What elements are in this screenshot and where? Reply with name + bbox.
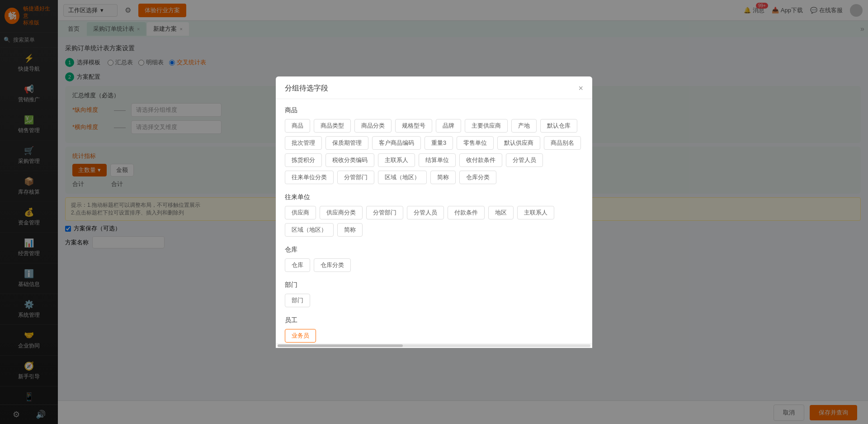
- warehouse-field-grid: 仓库 仓库分类: [285, 258, 583, 272]
- field-tag-warehouse-category[interactable]: 仓库分类: [314, 258, 351, 272]
- field-tag-region-area[interactable]: 区域（地区）: [378, 171, 427, 184]
- field-tag-payment-terms2[interactable]: 付款条件: [448, 206, 485, 219]
- field-tag-short-name[interactable]: 简称: [430, 171, 456, 184]
- modal-section-staff: 员工 业务员: [285, 316, 583, 343]
- field-tag-spec-model[interactable]: 规格型号: [395, 119, 432, 133]
- field-tag-payment-terms[interactable]: 收付款条件: [459, 153, 502, 167]
- field-tag-manager[interactable]: 分管人员: [506, 153, 543, 167]
- field-tag-weight3[interactable]: 重量3: [425, 136, 453, 150]
- field-tag-supplier[interactable]: 供应商: [285, 206, 316, 219]
- field-tag-settlement-unit[interactable]: 结算单位: [419, 153, 456, 167]
- modal-section-goods: 商品 商品 商品类型 商品分类 规格型号 品牌 主要供应商 产地 默认仓库 批次…: [285, 106, 583, 184]
- field-tag-quality-mgmt[interactable]: 保质期管理: [326, 136, 368, 150]
- modal-hscroll-track: [278, 344, 590, 347]
- modal-section-partner-title: 往来单位: [285, 193, 583, 201]
- modal-title: 分组待选字段: [285, 84, 328, 93]
- field-tag-goods-type[interactable]: 商品类型: [314, 119, 351, 133]
- modal-section-staff-title: 员工: [285, 316, 583, 324]
- modal-section-warehouse: 仓库 仓库 仓库分类: [285, 246, 583, 272]
- field-tag-default-warehouse[interactable]: 默认仓库: [540, 119, 577, 133]
- field-tag-main-contact2[interactable]: 主联系人: [517, 206, 554, 219]
- field-tag-default-supplier[interactable]: 默认供应商: [497, 136, 540, 150]
- field-tag-managed-dept[interactable]: 分管部门: [337, 171, 374, 184]
- modal-hscroll-thumb: [278, 344, 403, 347]
- modal-header: 分组待选字段 ×: [276, 76, 592, 99]
- modal-body: 商品 商品 商品类型 商品分类 规格型号 品牌 主要供应商 产地 默认仓库 批次…: [276, 99, 592, 344]
- modal-overlay: 分组待选字段 × 商品 商品 商品类型 商品分类 规格型号 品牌 主要供应商 产…: [0, 0, 868, 424]
- field-tag-managed-dept2[interactable]: 分管部门: [366, 206, 403, 219]
- field-tag-warehouse[interactable]: 仓库: [285, 258, 310, 272]
- field-tag-short-name2[interactable]: 简称: [337, 223, 363, 237]
- modal-section-dept: 部门 部门: [285, 281, 583, 307]
- modal-section-warehouse-title: 仓库: [285, 246, 583, 254]
- goods-field-grid: 商品 商品类型 商品分类 规格型号 品牌 主要供应商 产地 默认仓库 批次管理 …: [285, 119, 583, 184]
- field-tag-origin-unit-cat[interactable]: 往来单位分类: [285, 171, 334, 184]
- field-tag-goods-alias[interactable]: 商品别名: [544, 136, 581, 150]
- field-tag-brand[interactable]: 品牌: [436, 119, 461, 133]
- field-tag-main-contact[interactable]: 主联系人: [378, 153, 415, 167]
- field-tag-goods-category[interactable]: 商品分类: [354, 119, 392, 133]
- field-tag-tax-code[interactable]: 税收分类编码: [326, 153, 374, 167]
- staff-field-grid: 业务员: [285, 329, 583, 343]
- modal-section-dept-title: 部门: [285, 281, 583, 289]
- partner-field-grid: 供应商 供应商分类 分管部门 分管人员 付款条件 地区 主联系人 区域（地区） …: [285, 206, 583, 237]
- field-tag-retail-unit[interactable]: 零售单位: [457, 136, 494, 150]
- field-tag-managed-person2[interactable]: 分管人员: [407, 206, 444, 219]
- modal-close-button[interactable]: ×: [578, 84, 583, 93]
- field-tag-dept[interactable]: 部门: [285, 294, 310, 307]
- field-tag-warehouse-cat[interactable]: 仓库分类: [459, 171, 496, 184]
- field-tag-origin[interactable]: 产地: [511, 119, 537, 133]
- modal-section-goods-title: 商品: [285, 106, 583, 114]
- dept-field-grid: 部门: [285, 294, 583, 307]
- modal-section-partner: 往来单位 供应商 供应商分类 分管部门 分管人员 付款条件 地区 主联系人 区域…: [285, 193, 583, 237]
- field-tag-customer-code[interactable]: 客户商品编码: [372, 136, 421, 150]
- modal-horizontal-scrollbar[interactable]: [276, 343, 592, 348]
- field-tag-goods[interactable]: 商品: [285, 119, 310, 133]
- field-tag-pick-points[interactable]: 拣货积分: [285, 153, 322, 167]
- field-tag-main-supplier[interactable]: 主要供应商: [465, 119, 508, 133]
- field-tag-salesperson[interactable]: 业务员: [285, 329, 316, 343]
- modal-dialog: 分组待选字段 × 商品 商品 商品类型 商品分类 规格型号 品牌 主要供应商 产…: [276, 76, 592, 348]
- field-tag-batch-mgmt[interactable]: 批次管理: [285, 136, 322, 150]
- field-tag-supplier-cat[interactable]: 供应商分类: [320, 206, 363, 219]
- field-tag-region2[interactable]: 地区: [488, 206, 514, 219]
- field-tag-region-area2[interactable]: 区域（地区）: [285, 223, 334, 237]
